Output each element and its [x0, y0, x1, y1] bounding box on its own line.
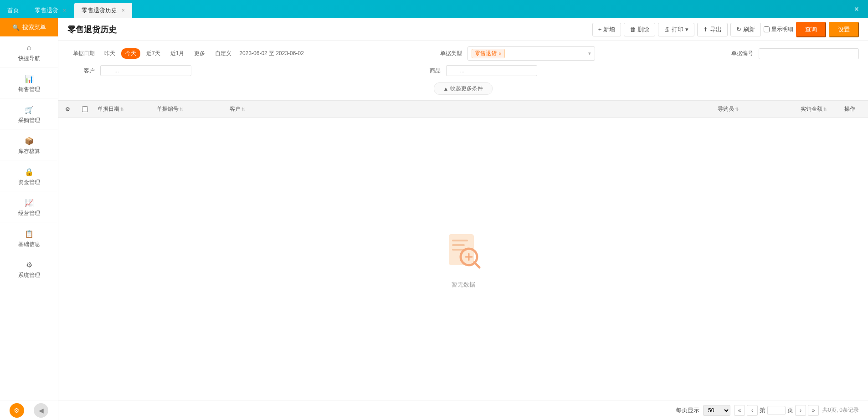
settings-col-icon: ⚙ [65, 106, 70, 113]
page-number-input[interactable]: 1 [767, 406, 786, 415]
date-btn-today[interactable]: 今天 [121, 48, 140, 59]
pagination: 每页显示 50 10 20 100 « ‹ 第 1 页 › » 共0页, 0条记… [58, 400, 868, 420]
export-button[interactable]: ⬆ 导出 [697, 23, 728, 36]
page-first-button[interactable]: « [734, 405, 745, 416]
finance-icon: 🔒 [24, 167, 34, 177]
sidebar-item-label: 销售管理 [18, 86, 40, 93]
no-filter-label: 单据编号 [726, 50, 753, 57]
print-chevron-icon: ▾ [685, 26, 688, 33]
th-settings[interactable]: ⚙ [58, 106, 77, 113]
filter-row-1: 单据日期 昨天 今天 近7天 近1月 更多 自定义 2023-06-02 至 2… [67, 46, 859, 61]
empty-state-illustration [441, 230, 486, 275]
no-filter-input[interactable] [759, 48, 859, 59]
print-button[interactable]: 🖨 打印 ▾ [658, 23, 694, 36]
sidebar-item-quick-nav[interactable]: ⌂ 快捷导航 [0, 36, 58, 67]
date-btn-1month[interactable]: 近1月 [166, 48, 189, 59]
sidebar-item-label: 采购管理 [18, 117, 40, 124]
tab-retail-return-history[interactable]: 零售退货历史 × [74, 3, 132, 18]
filter-row-2: 客户 ... 商品 ... [67, 65, 859, 76]
sidebar-search[interactable]: 🔍 搜索菜单 [0, 18, 58, 36]
th-customer-label: 客户 [230, 105, 241, 113]
delete-button[interactable]: 🗑 删除 [624, 23, 655, 36]
query-button[interactable]: 查询 [796, 22, 826, 37]
type-filter-tag[interactable]: 零售退货 × [472, 49, 505, 58]
customer-ellipsis: ... [114, 67, 119, 74]
retail-return-tab-label: 零售退货 [35, 6, 58, 15]
refresh-button[interactable]: ↻ 刷新 [730, 23, 761, 36]
tab-home[interactable]: 首页 [0, 3, 26, 18]
settings-button[interactable]: 设置 [829, 22, 859, 37]
content-header: 零售退货历史 + 新增 🗑 删除 🖨 打印 ▾ ⬆ 导出 ↻ [58, 18, 868, 41]
show-detail-checkbox-label[interactable]: 显示明细 [764, 26, 793, 33]
customer-filter-input[interactable]: ... [100, 65, 191, 76]
date-btn-yesterday[interactable]: 昨天 [100, 48, 119, 59]
sidebar-item-sales[interactable]: 📊 销售管理 [0, 67, 58, 98]
th-amount-label: 实销金额 [801, 105, 822, 113]
th-amount[interactable]: 实销金额 ⇅ [777, 105, 832, 113]
page-next-button[interactable]: › [795, 405, 806, 416]
new-button[interactable]: + 新增 [592, 23, 621, 36]
empty-text: 暂无数据 [452, 281, 475, 289]
page-last-button[interactable]: » [808, 405, 819, 416]
th-date-label: 单据日期 [98, 105, 119, 113]
sidebar-item-operations[interactable]: 📈 经营管理 [0, 191, 58, 222]
tab-retail-return[interactable]: 零售退货 × [27, 3, 73, 18]
date-range-display: 2023-06-02 至 2023-06-02 [239, 50, 303, 57]
date-btn-more[interactable]: 更多 [190, 48, 209, 59]
th-customer[interactable]: 客户 ⇅ [225, 105, 713, 113]
type-filter-chevron-icon: ▾ [588, 51, 591, 56]
th-date[interactable]: 单据日期 ⇅ [93, 105, 152, 113]
sidebar-item-inventory[interactable]: 📦 库存核算 [0, 129, 58, 160]
window-close-button[interactable]: × [854, 5, 859, 14]
th-ops: 操作 [832, 105, 868, 113]
per-page-select[interactable]: 50 10 20 100 [703, 405, 730, 416]
sidebar-search-label: 搜索菜单 [22, 23, 46, 31]
print-icon: 🖨 [664, 26, 670, 33]
collapse-filter-button[interactable]: ▲ 收起更多条件 [434, 82, 493, 95]
page-prev-button[interactable]: ‹ [747, 405, 758, 416]
tab-close-icon-2[interactable]: × [122, 7, 125, 14]
main-layout: 🔍 搜索菜单 ⌂ 快捷导航 📊 销售管理 🛒 采购管理 📦 库存核算 🔒 资金管… [0, 18, 868, 420]
svg-rect-2 [452, 244, 465, 246]
page-nav: « ‹ 第 1 页 › » [734, 405, 819, 416]
sidebar-item-finance[interactable]: 🔒 资金管理 [0, 160, 58, 191]
th-no[interactable]: 单据编号 ⇅ [152, 105, 225, 113]
refresh-icon: ↻ [736, 26, 741, 33]
purchase-icon: 🛒 [24, 105, 34, 115]
show-detail-checkbox[interactable] [764, 26, 770, 32]
th-guide[interactable]: 导购员 ⇅ [713, 105, 777, 113]
date-btn-7days[interactable]: 近7天 [142, 48, 164, 59]
type-filter-select[interactable]: 零售退货 × ▾ [467, 46, 595, 61]
svg-rect-1 [452, 240, 468, 241]
customer-filter-label: 客户 [67, 67, 95, 75]
filter-area: 单据日期 昨天 今天 近7天 近1月 更多 自定义 2023-06-02 至 2… [58, 41, 868, 101]
search-icon: 🔍 [12, 24, 20, 31]
product-filter-label: 商品 [413, 67, 441, 75]
collapse-sidebar-button[interactable]: ◀ [34, 403, 48, 418]
product-ellipsis: ... [460, 67, 465, 74]
type-filter-tag-text: 零售退货 [475, 50, 497, 57]
page-suffix: 页 [787, 406, 793, 415]
sidebar-item-basic-info[interactable]: 📋 基础信息 [0, 222, 58, 253]
tab-close-icon[interactable]: × [63, 7, 66, 14]
basic-info-icon: 📋 [24, 229, 34, 239]
sales-icon: 📊 [24, 74, 34, 84]
sidebar-bottom: ⚙ ◀ [0, 400, 58, 420]
collapse-sidebar-icon: ◀ [39, 407, 44, 414]
sidebar-item-label: 经营管理 [18, 210, 40, 217]
svg-line-5 [474, 262, 479, 267]
th-ops-label: 操作 [844, 105, 855, 113]
th-check[interactable] [77, 106, 93, 112]
top-bar-right: × [854, 5, 868, 14]
type-filter-tag-close[interactable]: × [498, 51, 502, 57]
per-page-label: 每页显示 [676, 406, 699, 415]
sidebar-item-purchase[interactable]: 🛒 采购管理 [0, 98, 58, 129]
product-filter-input[interactable]: ... [446, 65, 537, 76]
th-guide-label: 导购员 [718, 105, 734, 113]
select-all-checkbox[interactable] [82, 106, 88, 112]
th-date-sort-icon: ⇅ [120, 107, 124, 112]
date-btn-custom[interactable]: 自定义 [211, 48, 236, 59]
settings-bottom-button[interactable]: ⚙ [10, 403, 24, 418]
sidebar-item-system[interactable]: ⚙ 系统管理 [0, 253, 58, 284]
th-amount-sort-icon: ⇅ [823, 107, 827, 112]
